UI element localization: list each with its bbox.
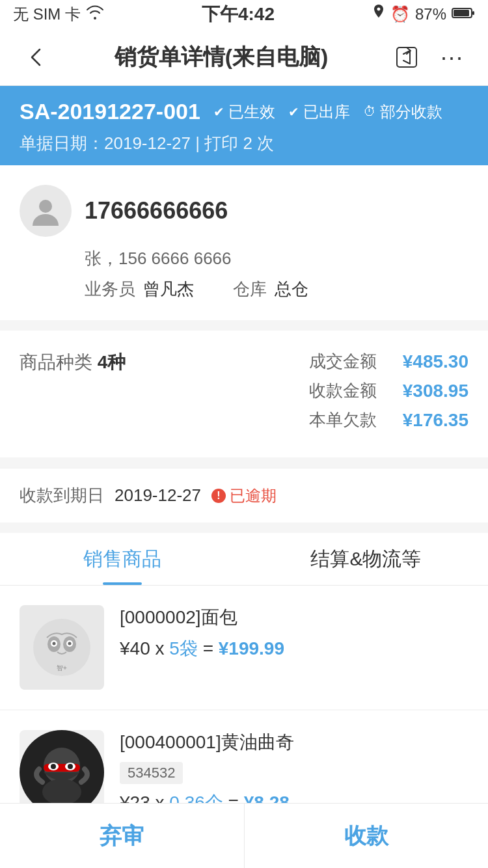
header-banner: SA-20191227-001 ✔ ✔ 已生效 已生效 ✔ 已出库 ⏱ 部分收款… [0, 86, 488, 165]
overdue-text: 已逾期 [230, 485, 277, 506]
tabs-section: 销售商品 结算&物流等 [0, 533, 488, 586]
battery-level: 87% [415, 5, 446, 23]
stats-left: 商品种类 4种 [20, 350, 126, 375]
status-badge-partial: ⏱ 部分收款 [363, 102, 442, 122]
warehouse-label: 仓库 [233, 278, 267, 301]
more-button[interactable]: ··· [436, 41, 468, 74]
order-id: SA-20191227-001 [20, 99, 200, 124]
tab-settlement[interactable]: 结算&物流等 [244, 533, 488, 585]
svg-rect-2 [472, 11, 474, 15]
nav-bar: 销货单详情(来自电脑) ··· [0, 29, 488, 86]
price-base: ¥40 [120, 638, 150, 658]
svg-rect-3 [397, 47, 416, 67]
page-title: 销货单详情(来自电脑) [115, 42, 329, 72]
status-bar: 无 SIM 卡 下午4:42 ⏰ 87% [0, 0, 488, 29]
svg-text:智+: 智+ [57, 664, 67, 671]
product-thumb-bread: 智+ [20, 605, 104, 690]
check-icon-2: ✔ [288, 104, 299, 120]
product-info-bread: [0000002]面包 ¥40 x 5袋 = ¥199.99 [120, 605, 468, 661]
svg-point-10 [53, 642, 56, 645]
customer-meta: 业务员 曾凡杰 仓库 总仓 [20, 278, 468, 301]
sim-status: 无 SIM 卡 [13, 4, 81, 25]
receipt-label: 收款金额 [309, 379, 377, 402]
status-badge-effective: ✔ ✔ 已生效 已生效 [213, 102, 275, 122]
collect-payment-button[interactable]: 收款 [245, 804, 489, 868]
avatar [20, 185, 72, 237]
svg-point-19 [68, 764, 73, 769]
location-icon [372, 5, 385, 24]
svg-point-20 [42, 779, 81, 805]
svg-point-4 [39, 200, 52, 213]
product-price-bread: ¥40 x 5袋 = ¥199.99 [120, 636, 468, 661]
due-date-label: 收款到期日 [20, 484, 104, 507]
cancel-review-button[interactable]: 弃审 [0, 804, 245, 868]
due-section: 收款到期日 2019-12-27 ! 已逾期 [0, 468, 488, 522]
back-button[interactable] [20, 41, 52, 74]
receipt-row: 收款金额 ¥308.95 [309, 379, 468, 402]
debt-row: 本单欠款 ¥176.35 [309, 409, 468, 431]
status-time: 下午4:42 [202, 2, 275, 27]
product-name-cookie: [000400001]黄油曲奇 [120, 730, 468, 755]
category-label: 商品种类 [20, 352, 92, 372]
product-thumb-cookie: advanced whale [20, 730, 104, 815]
overdue-icon: ! [211, 489, 226, 503]
battery-icon [452, 5, 475, 23]
check-icon-1: ✔ [213, 104, 224, 120]
product-name-bread: [0000002]面包 [120, 605, 468, 630]
transaction-value: ¥485.30 [403, 351, 468, 372]
wifi-icon [86, 5, 104, 23]
transaction-label: 成交金额 [309, 350, 377, 373]
stats-section: 商品种类 4种 成交金额 ¥485.30 收款金额 ¥308.95 本单欠款 ¥… [0, 331, 488, 457]
price-qty-bread: 5袋 [169, 638, 198, 658]
product-batch-cookie: 534532 [120, 762, 183, 784]
stats-right: 成交金额 ¥485.30 收款金额 ¥308.95 本单欠款 ¥176.35 [309, 350, 468, 438]
banner-doc-date: 单据日期：2019-12-27 | 打印 2 次 [20, 132, 468, 155]
status-right: ⏰ 87% [372, 5, 475, 24]
overdue-badge: ! 已逾期 [211, 485, 277, 506]
nav-actions: ··· [390, 41, 468, 74]
product-list: 智+ [0000002]面包 ¥40 x 5袋 = ¥199.99 [0, 586, 488, 835]
receipt-value: ¥308.95 [403, 381, 468, 401]
customer-sub: 张，156 6666 6666 [20, 247, 468, 270]
warehouse-value: 总仓 [275, 278, 308, 301]
debt-label: 本单欠款 [309, 409, 377, 431]
price-total-bread: ¥199.99 [219, 638, 284, 658]
alarm-icon: ⏰ [390, 5, 410, 23]
debt-value: ¥176.35 [403, 410, 468, 431]
customer-section: 17666666666 张，156 6666 6666 业务员 曾凡杰 仓库 总… [0, 165, 488, 320]
clock-icon: ⏱ [363, 104, 376, 119]
status-badge-shipped: ✔ 已出库 [288, 102, 350, 122]
salesperson-value: 曾凡杰 [143, 278, 194, 301]
svg-point-11 [68, 642, 72, 645]
salesperson-item: 业务员 曾凡杰 [85, 278, 194, 301]
svg-rect-1 [454, 10, 469, 16]
salesperson-label: 业务员 [85, 278, 135, 301]
share-button[interactable] [390, 41, 423, 74]
tab-sales-products[interactable]: 销售商品 [0, 533, 244, 585]
due-date-value: 2019-12-27 [115, 485, 201, 506]
banner-row1: SA-20191227-001 ✔ ✔ 已生效 已生效 ✔ 已出库 ⏱ 部分收款 [20, 99, 468, 124]
transaction-row: 成交金额 ¥485.30 [309, 350, 468, 373]
customer-row: 17666666666 [20, 185, 468, 237]
warehouse-item: 仓库 总仓 [233, 278, 308, 301]
bottom-bar: 弃审 收款 [0, 803, 488, 868]
category-count: 4种 [98, 352, 126, 372]
list-item: 智+ [0000002]面包 ¥40 x 5袋 = ¥199.99 [0, 586, 488, 709]
customer-id: 17666666666 [85, 197, 228, 224]
status-left: 无 SIM 卡 [13, 4, 104, 25]
svg-point-18 [51, 764, 56, 769]
